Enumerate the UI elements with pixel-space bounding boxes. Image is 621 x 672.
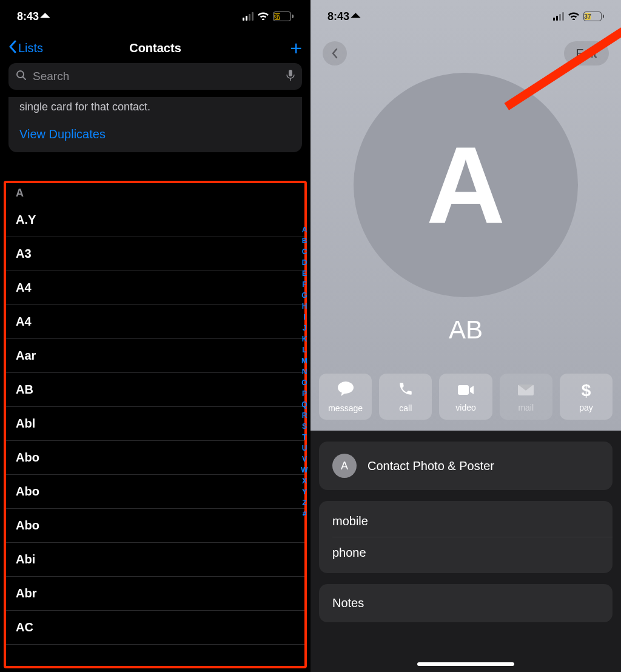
contact-row[interactable]: Abr (6, 577, 304, 611)
mobile-field[interactable]: mobile (332, 506, 599, 537)
mini-avatar: A (332, 454, 357, 478)
signal-icon (553, 12, 564, 21)
action-label: video (455, 403, 475, 412)
page-title: Contacts (129, 41, 181, 55)
phone-field[interactable]: phone (332, 537, 599, 568)
back-label: Lists (18, 41, 43, 55)
back-button[interactable]: Lists (8, 40, 43, 56)
wifi-icon (257, 10, 269, 23)
contact-row[interactable]: A4 (6, 305, 304, 339)
index-letter[interactable]: F (300, 279, 309, 290)
index-letter[interactable]: Y (300, 486, 309, 497)
signal-icon (243, 12, 253, 21)
index-letter[interactable]: B (300, 235, 309, 246)
edit-button[interactable]: Edit (564, 41, 609, 66)
back-button[interactable] (323, 41, 347, 66)
home-indicator[interactable] (417, 662, 514, 666)
contact-row[interactable]: Abi (6, 543, 304, 577)
index-letter[interactable]: O (300, 377, 309, 388)
contact-row[interactable]: Abo (6, 509, 304, 543)
contact-name: AB (310, 315, 621, 344)
index-letter[interactable]: K (300, 334, 309, 344)
video-button[interactable]: video (439, 374, 492, 420)
action-label: pay (579, 403, 593, 412)
action-label: call (399, 403, 412, 413)
section-header: A (6, 183, 304, 203)
index-letter[interactable]: W (300, 465, 309, 475)
chevron-left-icon (8, 40, 17, 56)
contact-row[interactable]: Abo (6, 475, 304, 509)
contact-row[interactable]: Abo (6, 441, 304, 475)
index-letter[interactable]: R (300, 410, 309, 421)
location-icon (42, 10, 49, 23)
index-letter[interactable]: S (300, 421, 309, 432)
contact-row[interactable]: AC (6, 611, 304, 645)
status-time: 8:43 (327, 10, 349, 23)
contact-row[interactable]: Aar (6, 339, 304, 373)
index-letter[interactable]: H (300, 301, 309, 312)
index-letter[interactable]: X (300, 475, 309, 486)
action-label: mail (518, 403, 534, 412)
index-letter[interactable]: G (300, 290, 309, 301)
nav-bar: Lists Contacts + (0, 33, 310, 63)
mail-icon (517, 381, 534, 400)
status-bar: 8:43 37 (0, 0, 310, 33)
view-duplicates-link[interactable]: View Duplicates (19, 127, 291, 141)
index-letter[interactable]: D (300, 257, 309, 268)
contact-avatar[interactable]: A (354, 73, 578, 297)
index-letter[interactable]: J (300, 323, 309, 334)
search-input[interactable] (33, 70, 280, 83)
contact-detail-screen: 8:43 37 Edit (310, 0, 621, 672)
index-letter[interactable]: A (300, 224, 309, 235)
status-time: 8:43 (17, 10, 39, 23)
svg-rect-5 (458, 385, 469, 395)
add-contact-button[interactable]: + (290, 36, 302, 60)
photo-poster-row[interactable]: A Contact Photo & Poster (319, 442, 613, 490)
avatar-letter: A (426, 123, 505, 248)
index-letter[interactable]: Z (300, 497, 309, 508)
index-letter[interactable]: T (300, 432, 309, 443)
status-bar: 8:43 37 (310, 0, 621, 33)
contact-row[interactable]: Abl (6, 407, 304, 441)
notes-label: Notes (332, 596, 599, 610)
index-letter[interactable]: V (300, 454, 309, 465)
action-label: message (328, 403, 363, 413)
call-button[interactable]: call (379, 374, 432, 420)
notes-card[interactable]: Notes (319, 584, 613, 622)
contact-row[interactable]: AB (6, 373, 304, 407)
message-button[interactable]: message (319, 374, 372, 420)
index-letter[interactable]: I (300, 312, 309, 323)
message-icon (337, 381, 354, 401)
pay-icon: $ (582, 381, 591, 400)
contact-row[interactable]: A3 (6, 237, 304, 271)
index-letter[interactable]: E (300, 268, 309, 279)
svg-rect-2 (289, 70, 292, 76)
video-icon (457, 381, 474, 400)
call-icon (398, 381, 414, 401)
duplicates-text: single card for that contact. (19, 97, 291, 114)
mic-icon[interactable] (286, 69, 295, 84)
contact-row[interactable]: A4 (6, 271, 304, 305)
index-letter[interactable]: # (300, 508, 309, 519)
contacts-list-highlight: A A.YA3A4A4AarABAblAboAboAboAbiAbrAC (4, 181, 307, 668)
alpha-index[interactable]: ABCDEFGHIJKLMNOPQRSTUVWXYZ# (300, 224, 309, 519)
battery-icon: 37 (273, 12, 294, 21)
contact-row[interactable]: A.Y (6, 203, 304, 237)
index-letter[interactable]: L (300, 344, 309, 355)
index-letter[interactable]: Q (300, 399, 309, 410)
index-letter[interactable]: P (300, 388, 309, 399)
duplicates-card: single card for that contact. View Dupli… (8, 97, 302, 152)
search-icon (16, 70, 27, 84)
svg-line-1 (23, 77, 25, 79)
location-icon (353, 10, 360, 23)
pay-button[interactable]: $pay (560, 374, 613, 420)
photo-poster-label: Contact Photo & Poster (368, 459, 494, 473)
search-field[interactable] (8, 63, 302, 90)
index-letter[interactable]: C (300, 246, 309, 257)
svg-point-4 (338, 381, 354, 394)
index-letter[interactable]: M (300, 355, 309, 366)
contact-hero: 8:43 37 Edit (310, 0, 621, 431)
index-letter[interactable]: N (300, 366, 309, 377)
index-letter[interactable]: U (300, 443, 309, 454)
wifi-icon (568, 10, 580, 23)
